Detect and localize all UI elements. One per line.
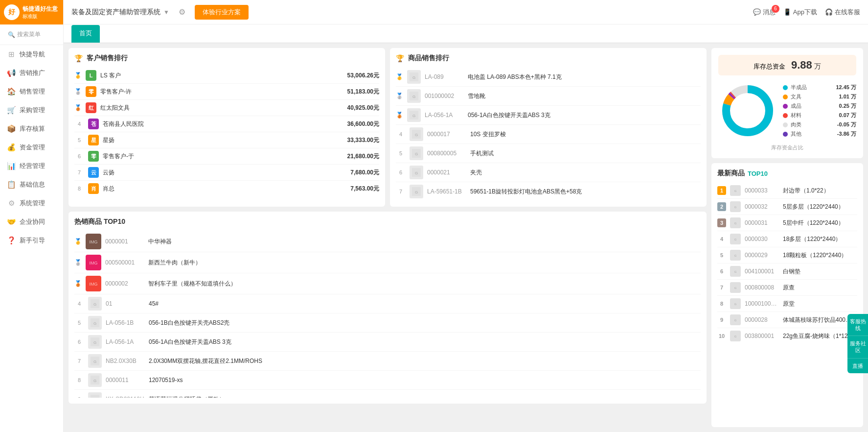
list-item: 5G000800005手机测试 — [396, 144, 701, 163]
product-name: 45# — [149, 300, 701, 307]
legend-dot — [783, 113, 788, 118]
product-thumbnail: G — [730, 185, 741, 196]
list-item: 6G0000021夹壳 — [396, 163, 701, 182]
svg-text:IMG: IMG — [90, 282, 98, 287]
list-item: 6G004100001白钢垫 — [717, 264, 857, 280]
customer-name: 苍南县人民医院 — [103, 120, 343, 128]
avatar: 星 — [88, 135, 99, 145]
sidebar-item-operations[interactable]: 📊经营管理 — [0, 157, 63, 175]
system-name[interactable]: 装备及固定资产辅助管理系统 ▼ — [71, 8, 169, 17]
app-download-action[interactable]: 📱 App下载 — [783, 8, 817, 17]
product-code: 01 — [106, 300, 145, 307]
message-action[interactable]: 💬 消息 6 — [753, 8, 776, 17]
product-name: 花语萌恒温分腿睡袋（厚款） — [149, 395, 701, 398]
list-item: 🥇LLS 客户53,006.26元 — [74, 68, 379, 84]
sidebar-search[interactable]: 🔍 搜索菜单 — [0, 24, 63, 45]
product-code: 000800008 — [745, 284, 779, 291]
product-thumbnail: G — [407, 89, 421, 103]
rank-number: 9 — [74, 394, 84, 398]
list-item: 7GLA-59651-1B59651-1B旋转投影灯电池盒ABS黑色+58克 — [396, 182, 701, 201]
product-name: 中华神器 — [148, 238, 701, 246]
svg-text:G: G — [93, 379, 96, 383]
list-item: 6GLA-056-1A056-1A白色按键开关盖ABS 3克 — [74, 333, 701, 352]
product-name: 智利车子里（规格不知道填什么） — [148, 280, 701, 288]
product-name: 056-1A白色按键开关盖ABS 3克 — [468, 111, 701, 120]
tab-home[interactable]: 首页 — [71, 25, 100, 43]
product-name: 18多层（1220*2440） — [783, 235, 857, 243]
rank-number: 6 — [717, 267, 726, 276]
service-action[interactable]: 🎧 在线客服 — [825, 8, 860, 17]
logo-badge: 标准版 — [23, 13, 58, 20]
rank-number: 9 — [717, 315, 726, 324]
basic-info-label: 基础信息 — [20, 180, 45, 189]
sales-icon: 🏠 — [7, 87, 16, 96]
sidebar-item-quick-nav[interactable]: ⊞快捷导航 — [0, 45, 63, 64]
sidebar-item-finance[interactable]: 💰资金管理 — [0, 138, 63, 157]
svg-text:G: G — [734, 254, 737, 257]
sidebar-item-basic-info[interactable]: 📋基础信息 — [0, 175, 63, 194]
customer-value: 36,600.00元 — [347, 120, 379, 128]
list-item: 4G000001710S 变扭罗梭 — [396, 125, 701, 144]
medal-icon: 🥇 — [74, 72, 82, 79]
sidebar-item-system[interactable]: ⚙系统管理 — [0, 194, 63, 213]
legend-item: 成品0.25 万 — [783, 102, 856, 110]
customer-value: 7,680.00元 — [350, 168, 379, 177]
product-code: LA-056-1B — [106, 319, 145, 326]
legend-name: 文具 — [791, 93, 836, 100]
hot-products-panel: 热销商品 TOP10 🥇IMG0000001中华神器🥈IMG000500001新… — [69, 212, 707, 404]
sidebar-item-marketing[interactable]: 📢营销推广 — [0, 64, 63, 82]
product-thumbnail: G — [88, 316, 102, 330]
float-btn-2[interactable]: 直播 — [847, 359, 868, 373]
sidebar-item-sales[interactable]: 🏠销售管理 — [0, 82, 63, 101]
top-row: 🏆 客户销售排行 🥇LLS 客户53,006.26元🥈零零售客户-许51,183… — [69, 48, 707, 207]
product-thumbnail: G — [730, 314, 741, 325]
list-item: 7G000800008原查 — [717, 280, 857, 296]
avatar: 零 — [86, 86, 96, 97]
product-name: 雪地靴 — [468, 92, 701, 100]
legend-name: 半成品 — [791, 84, 833, 91]
legend-name: 其他 — [791, 130, 834, 138]
list-item: 8G000001112070519-xs — [74, 371, 701, 390]
product-thumbnail: G — [88, 335, 102, 349]
float-btn-0[interactable]: 客服热线 — [847, 314, 868, 336]
chevron-down-icon: ▼ — [163, 9, 169, 16]
trial-button[interactable]: 体验行业方案 — [195, 5, 249, 20]
sidebar-item-guide[interactable]: ❓新手引导 — [0, 231, 63, 250]
search-menu-button[interactable]: 🔍 搜索菜单 — [5, 28, 58, 41]
sidebar-logo: 好 畅捷通好生意 标准版 — [0, 0, 63, 24]
product-thumbnail: IMG — [86, 234, 101, 249]
product-thumbnail: G — [730, 282, 741, 293]
sidebar-item-inventory[interactable]: 📦库存核算 — [0, 120, 63, 138]
system-icon: ⚙ — [7, 199, 16, 208]
trophy2-icon: 🏆 — [396, 54, 404, 62]
product-code: LA-59651-1B — [427, 188, 466, 195]
avatar: 云 — [88, 167, 99, 178]
operations-label: 经营管理 — [20, 162, 45, 170]
product-code: 0000030 — [745, 236, 779, 242]
gear-icon[interactable]: ⚙ — [175, 5, 189, 19]
legend-name: 肉类 — [791, 121, 834, 128]
svg-text:G: G — [415, 190, 418, 194]
rank-number: 8 — [74, 184, 84, 193]
svg-text:G: G — [734, 270, 737, 273]
legend-value: 12.45 万 — [836, 84, 856, 91]
product-name: 电池盖 LA-089 ABS本色+黑种 7.1克 — [468, 73, 701, 81]
hot-sales-ranking-panel: 🏆 商品销售排行 🥇GLA-089电池盖 LA-089 ABS本色+黑种 7.1… — [390, 48, 707, 207]
product-code: 0000028 — [745, 316, 779, 323]
service-label: 在线客服 — [835, 8, 860, 17]
marketing-label: 营销推广 — [20, 69, 45, 77]
float-btn-1[interactable]: 服务社区 — [847, 336, 868, 359]
sidebar-item-cooperation[interactable]: 🤝企业协同 — [0, 213, 63, 231]
inventory-legend: 半成品12.45 万文具1.01 万成品0.25 万材料0.07 万肉类-0.0… — [783, 84, 856, 138]
product-name: 白钢垫 — [783, 267, 857, 276]
medal-icon: 🥉 — [74, 104, 82, 111]
inventory-panel: 库存总资金 9.88 万 — [711, 48, 863, 158]
sidebar-item-purchase[interactable]: 🛒采购管理 — [0, 101, 63, 120]
product-code: KK-SD22110H — [106, 396, 145, 398]
panels-right: 库存总资金 9.88 万 — [711, 43, 868, 432]
cooperation-label: 企业协同 — [20, 217, 45, 226]
quick-nav-icon: ⊞ — [7, 50, 16, 59]
list-item: 5星星扬33,333.00元 — [74, 132, 379, 148]
product-code: 0000031 — [745, 219, 779, 226]
float-buttons: 客服热线服务社区直播 — [847, 314, 868, 373]
